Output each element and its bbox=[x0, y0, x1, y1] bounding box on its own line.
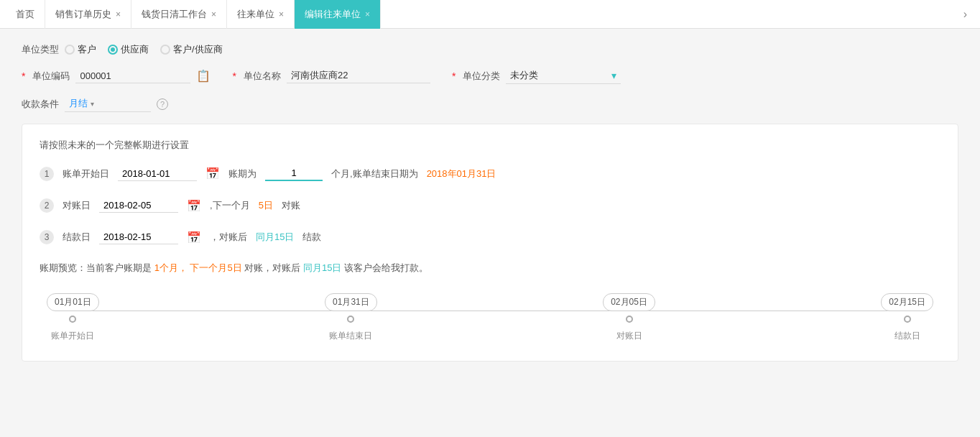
period-row3-highlight: 同月15日 bbox=[256, 231, 294, 244]
tab-edit-partner-label: 编辑往来单位 bbox=[305, 8, 361, 21]
unit-category-label: 单位分类 bbox=[463, 70, 500, 83]
timeline-label-2: 对账日 bbox=[616, 330, 642, 342]
tab-partners-close[interactable]: × bbox=[279, 9, 284, 19]
unit-type-row: 单位类型 客户 供应商 客户/供应商 bbox=[22, 43, 958, 56]
radio-customer-label: 客户 bbox=[78, 43, 96, 56]
period-label-for: 账期为 bbox=[228, 167, 256, 180]
period-date-input-2[interactable] bbox=[99, 198, 178, 213]
timeline-dot-1 bbox=[347, 316, 354, 323]
period-row2-highlight: 5日 bbox=[259, 199, 273, 212]
unit-type-field: 单位类型 客户 供应商 客户/供应商 bbox=[22, 43, 223, 56]
tab-sales-history[interactable]: 销售订单历史 × bbox=[45, 0, 131, 29]
main-content: 单位类型 客户 供应商 客户/供应商 * 单位编码 bbox=[0, 29, 980, 437]
timeline-node-3: 02月15日 结款日 bbox=[881, 293, 933, 342]
radio-both-circle bbox=[160, 45, 170, 55]
timeline-date-2: 02月05日 bbox=[603, 293, 655, 311]
payment-terms-chevron-icon: ▾ bbox=[91, 100, 94, 108]
unit-name-input[interactable] bbox=[287, 69, 430, 83]
tab-sales-history-label: 销售订单历史 bbox=[55, 8, 111, 21]
payment-terms-value: 月结 bbox=[69, 97, 88, 110]
payment-terms-row: 收款条件 月结 ▾ ? bbox=[22, 96, 958, 112]
period-row-1: 1 账单开始日 📅 账期为 个月,账单结束日期为 2018年01月31日 bbox=[40, 166, 940, 181]
period-month-input[interactable] bbox=[265, 166, 323, 181]
timeline-node-0: 01月01日 账单开始日 bbox=[47, 293, 99, 342]
preview-text: 账期预览：当前客户账期是 1个月， 下一个月5日 对账，对账后 同月15日 该客… bbox=[40, 262, 940, 275]
period-num-3: 3 bbox=[40, 230, 54, 244]
preview-suffix: 该客户会给我打款。 bbox=[344, 262, 428, 273]
unit-code-input[interactable] bbox=[75, 69, 190, 83]
period-date-input-3[interactable] bbox=[99, 230, 178, 244]
period-row-3: 3 结款日 📅 ，对账后 同月15日 结款 bbox=[40, 230, 940, 244]
tab-edit-partner[interactable]: 编辑往来单位 × bbox=[295, 0, 381, 29]
preview-prefix: 账期预览：当前客户账期是 bbox=[40, 262, 152, 273]
period-end-date: 2018年01月31日 bbox=[427, 167, 496, 180]
period-row-2: 2 对账日 📅 ,下一个月 5日 对账 bbox=[40, 198, 940, 213]
tab-partners[interactable]: 往来单位 × bbox=[227, 0, 295, 29]
timeline-dot-3 bbox=[904, 316, 911, 323]
unit-code-star: * bbox=[22, 70, 25, 82]
period-num-2: 2 bbox=[40, 198, 54, 213]
timeline-label-0: 账单开始日 bbox=[51, 330, 94, 342]
radio-supplier-circle bbox=[108, 45, 118, 55]
radio-both[interactable]: 客户/供应商 bbox=[160, 43, 223, 56]
unit-code-field: * 单位编码 📋 bbox=[22, 69, 211, 83]
period-date-input-1[interactable] bbox=[118, 167, 197, 181]
period-suffix: 个月,账单结束日期为 bbox=[331, 167, 418, 180]
payment-terms-field: 收款条件 月结 ▾ ? bbox=[22, 96, 168, 112]
payment-terms-label: 收款条件 bbox=[22, 98, 59, 111]
preview-part2: 下一个月5日 bbox=[190, 262, 241, 273]
period-cal-icon-1[interactable]: 📅 bbox=[205, 167, 220, 180]
period-num-1: 1 bbox=[40, 167, 54, 181]
period-settings-box: 请按照未来的一个完整帐期进行设置 1 账单开始日 📅 账期为 个月,账单结束日期… bbox=[22, 124, 958, 362]
tab-home[interactable]: 首页 bbox=[6, 0, 45, 29]
timeline-label-3: 结款日 bbox=[895, 330, 920, 342]
radio-customer[interactable]: 客户 bbox=[65, 43, 96, 56]
unit-category-field: * 单位分类 未分类 ▾ bbox=[452, 68, 621, 84]
unit-name-field: * 单位名称 bbox=[232, 69, 430, 83]
timeline-date-0: 01月01日 bbox=[47, 293, 99, 311]
preview-part3: 同月15日 bbox=[303, 262, 341, 273]
tab-sales-history-close[interactable]: × bbox=[116, 9, 121, 19]
unit-category-value: 未分类 bbox=[510, 69, 538, 82]
timeline-date-1: 01月31日 bbox=[325, 293, 377, 311]
tab-edit-partner-close[interactable]: × bbox=[365, 9, 370, 19]
radio-customer-circle bbox=[65, 45, 75, 55]
unit-name-label: 单位名称 bbox=[244, 70, 281, 83]
tab-home-label: 首页 bbox=[16, 8, 34, 21]
period-row2-suffix: 对账 bbox=[282, 199, 300, 212]
timeline-label-1: 账单结束日 bbox=[329, 330, 372, 342]
preview-mid: 对账，对账后 bbox=[244, 262, 300, 273]
tab-cashflow-close[interactable]: × bbox=[211, 9, 216, 19]
payment-terms-select[interactable]: 月结 ▾ bbox=[65, 96, 151, 112]
timeline-dot-2 bbox=[626, 316, 633, 323]
unit-category-select[interactable]: 未分类 ▾ bbox=[506, 68, 621, 84]
period-cal-icon-2[interactable]: 📅 bbox=[187, 199, 201, 213]
tab-cashflow[interactable]: 钱货日清工作台 × bbox=[131, 0, 227, 29]
timeline-nodes: 01月01日 账单开始日 01月31日 账单结束日 02月05日 对账日 bbox=[47, 293, 933, 342]
period-row3-prefix: ，对账后 bbox=[210, 231, 247, 244]
tab-partners-label: 往来单位 bbox=[237, 8, 274, 21]
radio-supplier[interactable]: 供应商 bbox=[108, 43, 149, 56]
payment-terms-help-icon[interactable]: ? bbox=[157, 98, 168, 110]
chevron-down-icon: ▾ bbox=[611, 70, 616, 81]
timeline-node-1: 01月31日 账单结束日 bbox=[325, 293, 377, 342]
main-fields-row: * 单位编码 📋 * 单位名称 * 单位分类 未分类 ▾ bbox=[22, 68, 958, 84]
period-label-3: 结款日 bbox=[63, 231, 91, 244]
unit-category-star: * bbox=[452, 70, 456, 82]
period-cal-icon-3[interactable]: 📅 bbox=[187, 231, 201, 244]
preview-part1: 1个月， bbox=[154, 262, 188, 273]
tabs-more-button[interactable]: › bbox=[956, 8, 974, 21]
timeline-dot-0 bbox=[69, 316, 76, 323]
radio-supplier-label: 供应商 bbox=[121, 43, 149, 56]
unit-code-label: 单位编码 bbox=[32, 70, 70, 83]
period-label-2: 对账日 bbox=[63, 199, 91, 212]
unit-type-label: 单位类型 bbox=[22, 43, 59, 56]
period-label-1: 账单开始日 bbox=[63, 167, 109, 180]
timeline-wrapper: 01月01日 账单开始日 01月31日 账单结束日 02月05日 对账日 bbox=[40, 289, 940, 346]
timeline-node-2: 02月05日 对账日 bbox=[603, 293, 655, 342]
unit-name-star: * bbox=[232, 70, 236, 82]
period-box-title: 请按照未来的一个完整帐期进行设置 bbox=[40, 139, 940, 152]
unit-code-copy-icon[interactable]: 📋 bbox=[196, 69, 211, 83]
tab-cashflow-label: 钱货日清工作台 bbox=[142, 8, 207, 21]
radio-group: 客户 供应商 客户/供应商 bbox=[65, 43, 223, 56]
